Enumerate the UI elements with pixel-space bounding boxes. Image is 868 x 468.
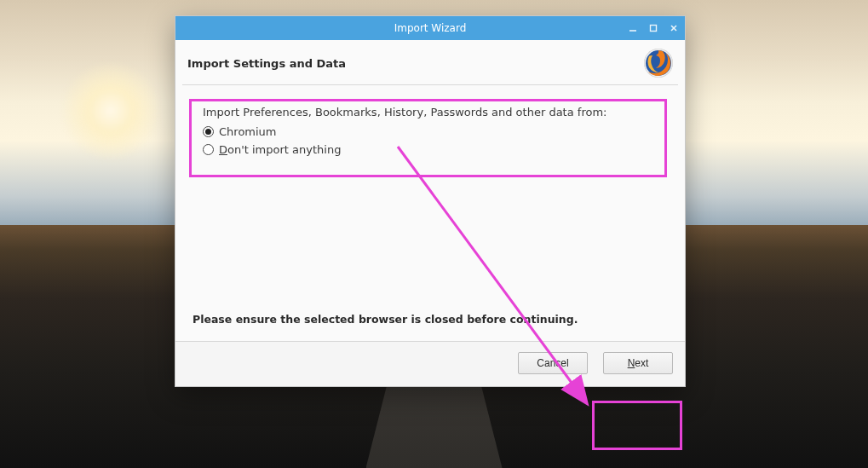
minimize-button[interactable] — [627, 22, 639, 34]
window-title: Import Wizard — [394, 22, 467, 34]
dialog-header: Import Settings and Data — [175, 40, 685, 84]
radio-icon — [203, 144, 214, 155]
import-wizard-dialog: Import Wizard Import Settings and Data — [175, 15, 686, 387]
radio-option-dont-import[interactable]: Don't import anything — [203, 143, 658, 156]
cancel-button[interactable]: Cancel — [518, 352, 588, 374]
button-bar: Cancel Next — [175, 341, 685, 386]
radio-icon — [203, 126, 214, 137]
import-options-group: Import Preferences, Bookmarks, History, … — [194, 101, 666, 170]
svg-rect-1 — [651, 26, 657, 32]
page-title: Import Settings and Data — [187, 57, 346, 70]
maximize-button[interactable] — [647, 22, 659, 34]
warning-note: Please ensure the selected browser is cl… — [193, 313, 578, 326]
radio-label: Chromium — [219, 125, 277, 138]
wallpaper-sun — [60, 60, 162, 162]
radio-option-chromium[interactable]: Chromium — [203, 125, 658, 138]
close-button[interactable] — [668, 22, 680, 34]
dialog-content: Import Preferences, Bookmarks, History, … — [175, 85, 685, 341]
next-button[interactable]: Next — [603, 352, 673, 374]
firefox-icon — [644, 49, 673, 78]
titlebar-controls — [627, 16, 680, 40]
import-prompt: Import Preferences, Bookmarks, History, … — [203, 106, 658, 118]
titlebar[interactable]: Import Wizard — [175, 16, 685, 40]
radio-label: Don't import anything — [219, 143, 341, 156]
